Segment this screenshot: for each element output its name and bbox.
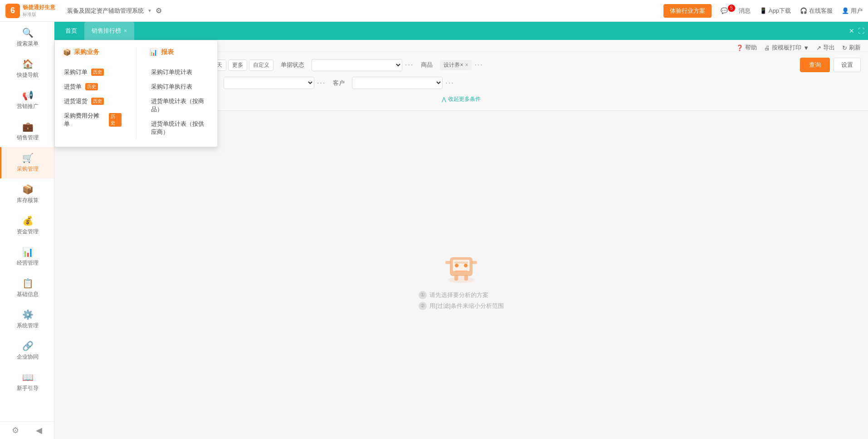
sidebar-settings-btn[interactable]: ⚙ (12, 425, 19, 435)
sidebar-label-finance: 资金管理 (17, 228, 39, 236)
empty-state: ① 请先选择要分析的方案 ② 用[过滤]条件来缩小分析范围 (54, 111, 868, 439)
status-label: 单据状态 (281, 61, 304, 69)
headset-icon: 🎧 (800, 7, 807, 14)
salesperson-select[interactable] (224, 77, 314, 89)
refresh-btn[interactable]: ↻ 刷新 (842, 44, 861, 52)
tab-sales-rank[interactable]: 销售排行榜 × (84, 22, 134, 40)
menu-item-receipt[interactable]: 进货单 历史 (62, 79, 123, 94)
menu-item-purchase-order[interactable]: 采购订单 历史 (62, 65, 123, 79)
sidebar-label-enterprise: 企业协同 (17, 353, 39, 361)
menu-item-return[interactable]: 进货退货 历史 (62, 94, 123, 109)
sidebar-item-purchase[interactable]: 🛒 采购管理 (0, 147, 54, 178)
date-custom-btn[interactable]: 自定义 (249, 59, 273, 71)
history-badge-cost-alloc: 历史 (109, 113, 122, 127)
salesperson-group: ··· (224, 77, 326, 89)
sidebar-label-system: 系统管理 (17, 322, 39, 330)
purchase-col-title-text: 采购业务 (74, 48, 99, 56)
sidebar-item-system[interactable]: ⚙️ 系统管理 (0, 304, 54, 335)
tab-home[interactable]: 首页 (58, 22, 84, 40)
sidebar-item-basic[interactable]: 📋 基础信息 (0, 272, 54, 304)
message-icon: 💬 (721, 7, 728, 14)
purchase-col: 📦 采购业务 采购订单 历史 进货单 历史 进货退货 历史 采购费用分摊单 历史 (62, 48, 123, 139)
export-btn[interactable]: ↗ 导出 (816, 44, 835, 52)
settings-btn[interactable]: 设置 (834, 58, 861, 72)
menu-item-cost-alloc[interactable]: 采购费用分摊单 历史 (62, 109, 123, 131)
refresh-label: 刷新 (849, 44, 861, 52)
sidebar-item-operation[interactable]: 📊 经营管理 (0, 241, 54, 272)
svg-rect-9 (472, 261, 477, 264)
tab-close-window-icon[interactable]: ✕ (849, 27, 854, 35)
sidebar-item-guide[interactable]: 📖 新手引导 (0, 366, 54, 398)
online-service-group[interactable]: 🎧 在线客服 (800, 7, 833, 15)
marketing-icon: 📢 (22, 90, 34, 101)
sidebar-item-marketing[interactable]: 📢 营销推广 (0, 84, 54, 116)
user-label: 用户 (851, 7, 863, 15)
industry-btn[interactable]: 体验行业方案 (663, 4, 712, 18)
salesperson-more-dots[interactable]: ··· (317, 79, 326, 87)
logo-text: 畅捷通好生意 标准版 (23, 4, 55, 17)
system-dropdown-arrow[interactable]: ▼ (147, 8, 152, 13)
history-badge-purchase-order: 历史 (91, 69, 104, 76)
status-select-group: ··· (312, 59, 414, 71)
system-icon: ⚙️ (22, 309, 34, 320)
status-more-dots[interactable]: ··· (405, 61, 414, 69)
tab-close-btn[interactable]: × (124, 28, 127, 34)
help-btn[interactable]: ❓ 帮助 (736, 44, 757, 52)
sidebar-label-basic: 基础信息 (17, 291, 39, 298)
sidebar-label-purchase: 采购管理 (17, 165, 39, 173)
user-group[interactable]: 👤 用户 (842, 7, 863, 15)
menu-item-receipt-stat-goods[interactable]: 进货单统计表（按商品） (149, 94, 210, 117)
menu-item-return-label: 进货退货 (64, 97, 88, 105)
sidebar-item-quick[interactable]: 🏠 快捷导航 (0, 53, 54, 84)
export-label: 导出 (823, 44, 835, 52)
guide-icon: 📖 (22, 372, 34, 383)
sidebar-label-quick: 快捷导航 (17, 71, 39, 79)
empty-hint-1: ① 请先选择要分析的方案 (419, 291, 503, 299)
sales-icon: 💼 (22, 121, 34, 132)
menu-item-receipt-stat-supplier[interactable]: 进货单统计表（按供应商） (149, 117, 210, 139)
svg-point-3 (455, 263, 458, 267)
sidebar-item-search[interactable]: 🔍 搜索菜单 (0, 22, 54, 53)
svg-rect-6 (454, 275, 458, 281)
status-select[interactable] (312, 59, 402, 71)
sidebar-label-search: 搜索菜单 (17, 40, 39, 48)
sidebar-label-sales: 销售管理 (17, 134, 39, 142)
app-download-group[interactable]: 📱 App下载 (760, 7, 791, 15)
sidebar-item-finance[interactable]: 💰 资金管理 (0, 210, 54, 241)
goods-more-dots[interactable]: ··· (474, 61, 483, 69)
hint-num-1: ① (419, 291, 427, 299)
print-dropdown-icon: ▼ (803, 44, 809, 51)
phone-icon: 📱 (760, 7, 767, 14)
action-btns: 查询 设置 (800, 58, 861, 72)
goods-tag-close[interactable]: × (465, 62, 468, 68)
empty-hints: ① 请先选择要分析的方案 ② 用[过滤]条件来缩小分析范围 (419, 291, 503, 310)
menu-item-po-stat[interactable]: 采购订单统计表 (149, 65, 210, 79)
print-icon: 🖨 (764, 44, 770, 51)
query-btn[interactable]: 查询 (800, 58, 830, 72)
customer-more-dots[interactable]: ··· (445, 79, 454, 87)
purchase-col-icon: 📦 (62, 48, 71, 57)
sidebar-label-guide: 新手引导 (17, 385, 39, 392)
sidebar-collapse-btn[interactable]: ◀ (36, 425, 42, 435)
tab-maximize-icon[interactable]: ⛶ (858, 27, 864, 35)
tab-bar: 首页 销售排行榜 × ✕ ⛶ (54, 22, 868, 40)
svg-point-4 (464, 263, 468, 267)
menu-item-receipt-stat-supplier-label: 进货单统计表（按供应商） (151, 120, 209, 136)
message-group[interactable]: 💬 5 消息 (721, 7, 751, 15)
menu-item-po-exec[interactable]: 采购订单执行表 (149, 79, 210, 94)
header-right: 体验行业方案 💬 5 消息 📱 App下载 🎧 在线客服 👤 用户 (663, 4, 863, 18)
system-settings-icon[interactable]: ⚙ (156, 6, 165, 15)
sidebar-item-sales[interactable]: 💼 销售管理 (0, 116, 54, 147)
customer-select[interactable] (352, 77, 443, 89)
sidebar-item-inventory[interactable]: 📦 库存核算 (0, 178, 54, 210)
help-label: 帮助 (745, 44, 757, 52)
collapse-label: 收起更多条件 (448, 95, 481, 103)
enterprise-icon: 🔗 (22, 340, 34, 351)
goods-group: 设计养× × ··· (440, 60, 483, 70)
customer-label: 客户 (333, 79, 345, 87)
date-more-btn[interactable]: 更多 (228, 59, 247, 71)
sidebar-item-enterprise[interactable]: 🔗 企业协同 (0, 335, 54, 366)
purchase-icon: 🛒 (22, 153, 34, 163)
print-template-btn[interactable]: 🖨 按模板打印 ▼ (764, 44, 809, 52)
app-download-label: App下载 (769, 7, 791, 15)
